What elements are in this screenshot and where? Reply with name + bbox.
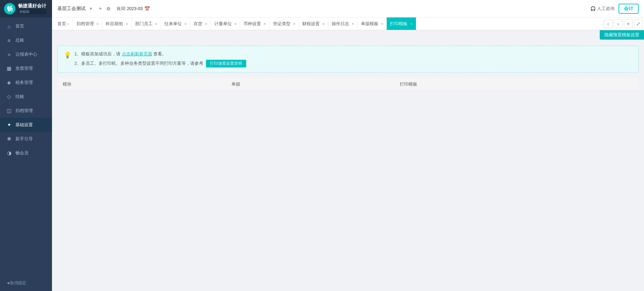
tab-home[interactable]: 首页 ‹ <box>53 17 73 30</box>
tab-partner-unit[interactable]: 往来单位 × <box>161 17 190 30</box>
tab-voucher-type[interactable]: 凭证类型 × <box>270 17 299 30</box>
tab-close-icon[interactable]: × <box>234 22 236 26</box>
sidebar-item-basic-settings[interactable]: ✦ 基础设置 <box>0 118 52 132</box>
tab-close-icon[interactable]: × <box>381 22 383 26</box>
tab-close-icon[interactable]: × <box>322 22 324 26</box>
tab-close-icon[interactable]: × <box>293 22 295 26</box>
logo-icon: 畅 <box>4 3 15 14</box>
tab-close-icon[interactable]: × <box>352 22 354 26</box>
tabbar-controls: ‹ › × ⤢ <box>603 19 643 28</box>
support-label: 人工咨询 <box>597 6 614 12</box>
sidebar-item-home[interactable]: ⌂ 首页 <box>0 19 52 33</box>
gear-icon[interactable]: ⚙ <box>106 6 111 11</box>
support-button[interactable]: 🎧 人工咨询 <box>590 6 614 12</box>
tab-home-chevron: ‹ <box>67 22 69 26</box>
sidebar-item-member[interactable]: ◑ 畅会员 <box>0 146 52 160</box>
col-print-template: 打印模板 <box>394 78 639 91</box>
print-scene-btn[interactable]: 打印场景设置宣明 <box>206 60 246 67</box>
sidebar-item-general-ledger[interactable]: ≡ 总账 <box>0 33 52 47</box>
headset-icon: 🎧 <box>590 6 596 11</box>
tab-finance-settings[interactable]: 财税设置 × <box>299 17 328 30</box>
hide-preview-btn[interactable]: 隐藏预置模板设置 <box>600 30 644 40</box>
sidebar-item-invoice[interactable]: ▦ 发票管理 <box>0 61 52 76</box>
sidebar-item-label: 发票管理 <box>15 65 33 71</box>
notice-row: 💡 1、模板添加成功后，请 点击刷新新页面 查看。 2、多员工、多打印机、多种业… <box>64 51 632 67</box>
sidebar-item-reports[interactable]: ≈ 云报表中心 <box>0 47 52 61</box>
tab-label: 部门员工 <box>135 21 153 27</box>
tab-next-button[interactable]: › <box>614 19 623 28</box>
tab-label: 财税设置 <box>302 21 320 27</box>
tab-label: 币种设置 <box>244 21 261 27</box>
company-dropdown-icon[interactable]: ▼ <box>89 6 93 11</box>
notice-line1-suffix: 查看。 <box>153 51 166 56</box>
tab-label: 归档管理 <box>76 21 94 27</box>
tab-close-icon[interactable]: × <box>205 22 207 26</box>
sidebar-item-archive[interactable]: ◫ 归档管理 <box>0 104 52 118</box>
logo-text: 畅捷通好会计 旗舰版 <box>18 3 46 15</box>
guide-icon: ❋ <box>6 136 12 142</box>
tab-label: 凭证类型 <box>273 21 290 27</box>
tab-unit[interactable]: 计量单位 × <box>211 17 240 30</box>
tab-close-icon[interactable]: × <box>410 22 412 26</box>
tab-close-icon[interactable]: × <box>264 22 266 26</box>
archive-icon: ◫ <box>6 108 12 114</box>
tab-label: 科目期初 <box>106 21 123 27</box>
notice-line2-prefix: 2、多员工、多打印机、多种业务类型设置不同打印方案等，请参考 <box>74 60 203 66</box>
tab-close-icon[interactable]: × <box>184 22 186 26</box>
period-value: 2023-03 <box>127 6 143 11</box>
tab-label: 操作日志 <box>332 21 349 27</box>
tab-prev-button[interactable]: ‹ <box>604 19 612 28</box>
tab-label: 打印模板 <box>390 21 408 27</box>
tab-print-template[interactable]: 打印模板 × <box>387 17 416 30</box>
tab-expand-button[interactable]: ⤢ <box>634 19 643 28</box>
add-tab-button[interactable]: ＋ <box>98 5 103 12</box>
calendar-icon[interactable]: 📅 <box>144 6 150 11</box>
sidebar-item-label: 新手引导 <box>15 136 33 142</box>
sidebar-item-label: 税务管理 <box>15 80 33 86</box>
tab-close-all-button[interactable]: × <box>624 19 633 28</box>
settlement-icon: ◇ <box>6 94 12 100</box>
sidebar-item-label: 首页 <box>15 23 24 29</box>
tab-label: 存货 <box>194 21 202 27</box>
tab-close-icon[interactable]: × <box>97 22 99 26</box>
col-module: 模块 <box>57 78 226 91</box>
notice-line1-prefix: 1、模板添加成功后，请 <box>74 51 120 56</box>
logo-subtitle: 旗舰版 <box>18 9 46 14</box>
table-container: 模块 单据 打印模板 <box>57 78 639 91</box>
period-info: 账期 2023-03 📅 <box>117 6 150 12</box>
topbar-right: 🎧 人工咨询 会计 <box>590 4 639 14</box>
tab-inventory[interactable]: 存货 × <box>190 17 211 30</box>
notice-line-1: 1、模板添加成功后，请 点击刷新新页面 查看。 <box>74 51 632 58</box>
ledger-icon: ≡ <box>6 38 12 43</box>
sidebar-unpin[interactable]: ◄取消固定 <box>0 275 52 291</box>
tab-currency[interactable]: 币种设置 × <box>240 17 269 30</box>
sidebar-item-label: 云报表中心 <box>15 51 37 57</box>
notice-line-2: 2、多员工、多打印机、多种业务类型设置不同打印方案等，请参考 打印场景设置宣明 <box>74 60 632 67</box>
sidebar-item-label: 总账 <box>15 37 24 43</box>
notice-bulb-icon: 💡 <box>64 51 71 59</box>
notice-text: 1、模板添加成功后，请 点击刷新新页面 查看。 2、多员工、多打印机、多种业务类… <box>74 51 632 67</box>
col-document: 单据 <box>226 78 395 91</box>
sidebar-item-label: 归档管理 <box>15 108 33 114</box>
tab-close-icon[interactable]: × <box>126 22 128 26</box>
notice-line1-link[interactable]: 点击刷新新页面 <box>122 51 152 56</box>
sidebar-item-tax[interactable]: ◈ 税务管理 <box>0 76 52 90</box>
tab-label: 计量单位 <box>214 21 232 27</box>
tab-single-template[interactable]: 单据模板 × <box>358 17 387 30</box>
company-name: 基层工会测试 <box>57 6 86 12</box>
home-icon: ⌂ <box>6 23 12 29</box>
tab-label: 单据模板 <box>361 21 378 27</box>
sidebar-item-guide[interactable]: ❋ 新手引导 <box>0 132 52 146</box>
sidebar: 畅 畅捷通好会计 旗舰版 ⌂ 首页 ≡ 总账 ≈ 云报表中心 ▦ 发票管理 ◈ … <box>0 0 52 291</box>
tab-archive-mgmt[interactable]: 归档管理 × <box>73 17 102 30</box>
tab-subject-period[interactable]: 科目期初 × <box>102 17 131 30</box>
sidebar-logo: 畅 畅捷通好会计 旗舰版 <box>0 0 52 17</box>
sidebar-item-label: 基础设置 <box>15 122 33 128</box>
tab-operation-log[interactable]: 操作日志 × <box>328 17 358 30</box>
tab-department-staff[interactable]: 部门员工 × <box>132 17 161 30</box>
tab-close-icon[interactable]: × <box>155 22 157 26</box>
invoice-icon: ▦ <box>6 65 12 71</box>
logo-title: 畅捷通好会计 <box>18 3 46 9</box>
kuaiji-button[interactable]: 会计 <box>619 4 639 14</box>
sidebar-item-settlement[interactable]: ◇ 结账 <box>0 90 52 104</box>
